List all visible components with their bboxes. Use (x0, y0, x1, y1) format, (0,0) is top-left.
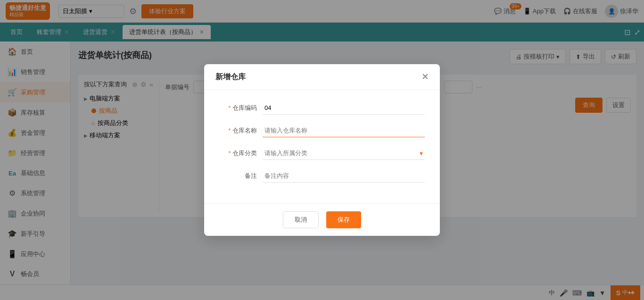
modal-title: 新增仓库 (215, 72, 246, 82)
add-warehouse-modal: 新增仓库 ✕ * 仓库编码 * 仓库名称 (204, 64, 440, 236)
modal-close-icon[interactable]: ✕ (421, 72, 429, 82)
save-button[interactable]: 保存 (326, 211, 361, 228)
form-row-category: * 仓库分类 ▾ (219, 147, 425, 160)
modal-body: * 仓库编码 * 仓库名称 * 仓库分类 (204, 90, 440, 203)
category-select-row[interactable]: ▾ (263, 147, 425, 160)
category-chevron-icon[interactable]: ▾ (420, 150, 425, 157)
name-label: * 仓库名称 (219, 126, 257, 135)
form-row-note: 备注 (219, 169, 425, 183)
name-input[interactable] (263, 124, 425, 137)
code-label: * 仓库编码 (219, 104, 257, 112)
form-row-name: * 仓库名称 (219, 124, 425, 137)
modal-header: 新增仓库 ✕ (204, 64, 440, 90)
category-label: * 仓库分类 (219, 149, 257, 158)
category-required-icon: * (228, 150, 231, 157)
form-row-code: * 仓库编码 (219, 101, 425, 115)
category-input[interactable] (263, 147, 420, 159)
modal-overlay: 新增仓库 ✕ * 仓库编码 * 仓库名称 (0, 0, 644, 300)
note-input[interactable] (263, 169, 425, 183)
note-label: 备注 (219, 172, 257, 180)
modal-footer: 取消 保存 (204, 203, 440, 236)
cancel-button[interactable]: 取消 (283, 211, 319, 228)
name-required-icon: * (228, 127, 231, 134)
code-required-icon: * (228, 104, 231, 111)
code-input[interactable] (263, 101, 425, 115)
